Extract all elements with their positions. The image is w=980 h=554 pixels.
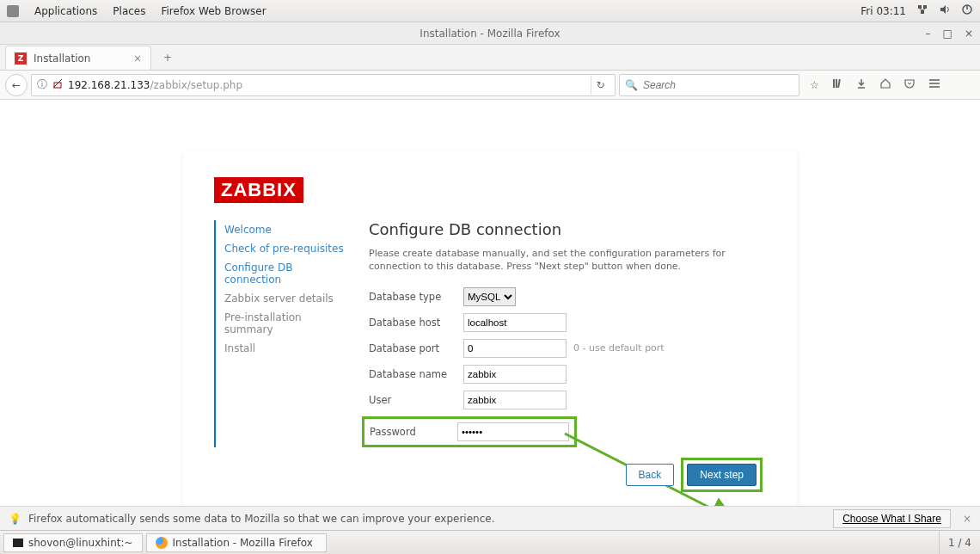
taskbar-terminal-label: shovon@linuxhint:~ [28,537,133,549]
step-configure-db[interactable]: Configure DB connection [216,258,352,289]
step-welcome[interactable]: Welcome [216,220,352,239]
window-titlebar: Installation - Mozilla Firefox – □ × [0,22,980,45]
workspace-indicator[interactable]: 1 / 4 [939,531,980,554]
label-db-name: Database name [369,368,463,380]
label-db-host: Database host [369,317,463,329]
step-server-details[interactable]: Zabbix server details [216,289,352,308]
new-tab-button[interactable]: + [156,47,179,68]
window-close-button[interactable]: × [965,28,973,40]
pocket-icon[interactable] [903,77,916,92]
label-password: Password [370,426,457,438]
activities-icon[interactable] [7,5,19,17]
window-maximize-button[interactable]: □ [943,28,952,40]
url-bar[interactable]: ⓘ 192.168.21.133/zabbix/setup.php ↻ [31,74,616,96]
step-install[interactable]: Install [216,339,352,358]
row-db-type: Database type MySQL [369,287,763,306]
reload-button[interactable]: ↻ [591,76,609,95]
row-db-name: Database name [369,365,763,384]
menu-browser[interactable]: Firefox Web Browser [161,5,266,17]
select-db-type[interactable]: MySQL [463,287,516,306]
url-text: 192.168.21.133/zabbix/setup.php [68,79,242,91]
svg-rect-10 [833,79,835,88]
label-user: User [369,394,463,406]
input-user[interactable] [463,391,567,409]
back-button[interactable]: ← [5,74,28,96]
next-step-button[interactable]: Next step [687,464,756,486]
page-content: ZABBIX Welcome Check of pre-requisites C… [0,100,980,530]
row-user: User [369,391,763,409]
input-password[interactable] [457,422,569,441]
setup-card: ZABBIX Welcome Check of pre-requisites C… [183,151,797,513]
gnome-top-bar: Applications Places Firefox Web Browser … [0,0,980,22]
choose-share-button[interactable]: Choose What I Share [833,509,951,528]
svg-rect-1 [923,5,927,9]
row-db-host: Database host [369,313,763,332]
lightbulb-icon: 💡 [9,513,21,525]
back-button-form[interactable]: Back [626,464,675,486]
downloads-icon[interactable] [855,77,867,92]
firefox-icon [156,537,168,549]
window-minimize-button[interactable]: – [926,28,931,40]
tab-title: Installation [34,52,90,65]
row-password-highlighted: Password [362,416,577,447]
nav-toolbar: ← ⓘ 192.168.21.133/zabbix/setup.php ↻ 🔍 … [0,71,980,100]
zabbix-logo: ZABBIX [214,177,303,203]
taskbar-firefox[interactable]: Installation - Mozilla Firefox [146,533,327,552]
next-button-highlight: Next step [681,458,763,492]
label-db-type: Database type [369,291,463,303]
bookmark-star-icon[interactable]: ☆ [810,79,819,91]
label-db-port: Database port [369,342,463,354]
svg-line-4 [922,9,925,10]
library-icon[interactable] [831,77,843,92]
search-box[interactable]: 🔍 [619,74,799,96]
tab-close-button[interactable]: × [133,52,142,65]
svg-rect-2 [921,10,924,14]
tab-strip: Z Installation × + [0,45,980,71]
setup-main: Configure DB connection Please create da… [369,220,763,447]
gnome-taskbar: shovon@linuxhint:~ Installation - Mozill… [0,530,980,554]
infobar-text: Firefox automatically sends some data to… [28,513,494,525]
row-db-port: Database port 0 - use default port [369,339,763,358]
site-info-icon[interactable]: ⓘ [37,77,47,92]
svg-marker-5 [940,5,946,14]
connection-insecure-icon [52,78,63,91]
svg-rect-12 [837,79,841,88]
menu-places[interactable]: Places [113,5,145,17]
svg-line-3 [920,9,922,10]
window-title: Installation - Mozilla Firefox [420,28,560,40]
input-db-name[interactable] [463,365,567,384]
search-icon: 🔍 [625,79,638,91]
home-icon[interactable] [879,77,891,92]
input-db-host[interactable] [463,313,567,332]
zabbix-favicon: Z [15,52,27,65]
step-summary[interactable]: Pre-installation summary [216,308,352,339]
svg-rect-0 [918,5,922,9]
volume-icon[interactable] [939,3,951,18]
button-row: Back Next step [626,458,763,492]
input-db-port[interactable] [463,339,567,358]
search-input[interactable] [643,79,793,91]
taskbar-terminal[interactable]: shovon@linuxhint:~ [3,533,143,552]
step-prerequisites[interactable]: Check of pre-requisites [216,239,352,258]
hamburger-menu-icon[interactable] [928,77,941,92]
taskbar-firefox-label: Installation - Mozilla Firefox [173,537,313,549]
tab-installation[interactable]: Z Installation × [5,46,151,70]
firefox-infobar: 💡 Firefox automatically sends some data … [0,506,980,530]
network-icon[interactable] [916,3,928,18]
infobar-close-button[interactable]: × [963,513,971,525]
page-description: Please create database manually, and set… [369,247,763,274]
svg-rect-11 [836,79,837,88]
menu-applications[interactable]: Applications [34,5,97,17]
page-heading: Configure DB connection [369,220,763,238]
terminal-icon [13,539,23,547]
clock[interactable]: Fri 03:11 [861,5,906,17]
hint-db-port: 0 - use default port [573,342,665,354]
power-icon[interactable] [961,3,973,18]
setup-steps: Welcome Check of pre-requisites Configur… [214,220,352,447]
